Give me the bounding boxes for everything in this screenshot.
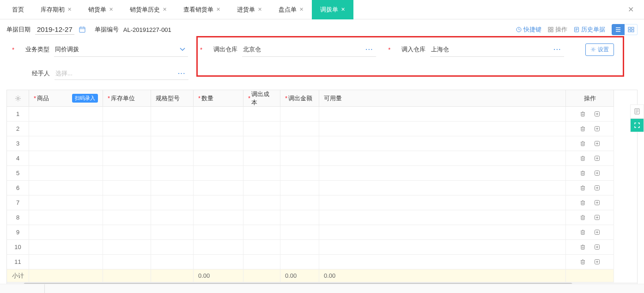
more-icon[interactable]: ··· — [176, 70, 188, 77]
row-ops — [566, 181, 614, 195]
svg-rect-78 — [581, 216, 584, 220]
row-ops — [566, 107, 614, 122]
shortcut-button[interactable]: 快捷键 — [516, 25, 541, 34]
required-mark: * — [388, 46, 390, 53]
calendar-icon[interactable] — [79, 26, 85, 33]
add-icon[interactable] — [594, 170, 600, 176]
row-ops — [566, 122, 614, 136]
notes-icon[interactable] — [630, 104, 644, 118]
bill-no-value: AL-20191227-001 — [123, 26, 171, 33]
close-icon[interactable]: ✕ — [163, 6, 167, 12]
history-button[interactable]: 历史单据 — [574, 25, 605, 34]
out-warehouse-input[interactable]: 北京仓 ··· — [242, 43, 376, 57]
tab-purchase[interactable]: 进货单✕ — [229, 0, 270, 19]
add-icon[interactable] — [594, 185, 600, 191]
add-icon[interactable] — [594, 244, 600, 250]
tab-transfer[interactable]: 调拨单✕ — [312, 0, 353, 19]
table-row[interactable]: 5 — [7, 166, 637, 181]
view-list-icon[interactable] — [612, 24, 625, 35]
operate-button[interactable]: 操作 — [548, 25, 567, 34]
svg-rect-18 — [628, 30, 631, 32]
delete-icon[interactable] — [580, 259, 586, 265]
add-icon[interactable] — [594, 229, 600, 235]
add-icon[interactable] — [594, 126, 600, 132]
table-row[interactable]: 3 — [7, 136, 637, 151]
biz-type-select[interactable]: 同价调拨 — [54, 43, 188, 57]
delete-icon[interactable] — [580, 140, 586, 146]
add-icon[interactable] — [594, 259, 600, 265]
col-amount: *调出金额 — [280, 90, 319, 107]
view-grid-icon[interactable] — [625, 24, 638, 35]
in-warehouse-field: * 调入仓库 上海仓 ··· — [388, 42, 564, 57]
svg-rect-16 — [628, 27, 631, 29]
svg-rect-5 — [548, 27, 550, 29]
row-index: 2 — [7, 122, 29, 136]
table-row[interactable]: 4 — [7, 151, 637, 166]
add-icon[interactable] — [594, 200, 600, 206]
subtotal-amount: 0.00 — [280, 269, 319, 282]
close-icon[interactable]: ✕ — [341, 6, 345, 12]
table-row[interactable]: 11 — [7, 255, 637, 269]
delete-icon[interactable] — [580, 155, 586, 161]
add-icon[interactable] — [594, 111, 600, 117]
tab-inventory[interactable]: 盘点单✕ — [270, 0, 312, 19]
more-icon[interactable]: ··· — [552, 46, 563, 53]
delete-icon[interactable] — [580, 170, 586, 176]
status-bar — [0, 284, 644, 293]
settings-button[interactable]: 设置 — [585, 43, 614, 56]
biz-type-label: 业务类型 — [16, 45, 49, 54]
add-icon[interactable] — [594, 214, 600, 220]
close-icon[interactable]: ✕ — [216, 6, 220, 12]
add-icon[interactable] — [594, 140, 600, 146]
tab-sales-order[interactable]: 销货单✕ — [80, 0, 122, 19]
row-index: 10 — [7, 240, 29, 255]
required-mark: * — [12, 46, 14, 53]
delete-icon[interactable] — [580, 185, 586, 191]
delete-icon[interactable] — [580, 126, 586, 132]
expand-icon[interactable] — [630, 118, 644, 132]
row-ops — [566, 195, 614, 210]
close-icon[interactable]: ✕ — [67, 6, 72, 12]
subtotal-qty: 0.00 — [194, 269, 243, 282]
close-icon[interactable]: ✕ — [109, 6, 113, 12]
table-row[interactable]: 8 — [7, 210, 637, 225]
header-bar: 单据日期 2019-12-27 单据编号 AL-20191227-001 快捷键… — [0, 19, 644, 42]
tab-stock-init[interactable]: 库存期初✕ — [32, 0, 80, 19]
handler-input[interactable]: ··· — [55, 67, 188, 80]
chevron-down-icon — [178, 48, 187, 51]
close-all-tabs[interactable]: ✕ — [621, 5, 640, 14]
close-icon[interactable]: ✕ — [258, 6, 262, 12]
scan-badge[interactable]: 扫码录入 — [72, 94, 98, 103]
close-icon[interactable]: ✕ — [299, 6, 304, 12]
in-warehouse-input[interactable]: 上海仓 ··· — [430, 43, 564, 57]
tab-view-sales[interactable]: 查看销货单✕ — [175, 0, 229, 19]
svg-rect-86 — [581, 231, 584, 235]
table-row[interactable]: 2 — [7, 122, 637, 136]
delete-icon[interactable] — [580, 244, 586, 250]
gear-icon[interactable] — [7, 90, 29, 107]
table-row[interactable]: 10 — [7, 240, 637, 255]
svg-rect-38 — [581, 142, 584, 146]
delete-icon[interactable] — [580, 200, 586, 206]
add-icon[interactable] — [594, 155, 600, 161]
table-row[interactable]: 9 — [7, 225, 637, 240]
tab-home[interactable]: 首页 — [4, 0, 32, 19]
more-icon[interactable]: ··· — [364, 46, 375, 53]
svg-rect-19 — [632, 30, 634, 32]
delete-icon[interactable] — [580, 214, 586, 220]
svg-rect-94 — [581, 246, 584, 250]
date-value[interactable]: 2019-12-27 — [35, 24, 74, 35]
col-unit: *库存单位 — [103, 90, 151, 107]
svg-rect-30 — [581, 128, 584, 131]
col-available: 可用量 — [319, 90, 566, 107]
delete-icon[interactable] — [580, 111, 586, 117]
row-ops — [566, 225, 614, 240]
table-row[interactable]: 7 — [7, 195, 637, 210]
tab-sales-history[interactable]: 销货单历史✕ — [122, 0, 175, 19]
delete-icon[interactable] — [580, 229, 586, 235]
svg-rect-7 — [548, 30, 550, 32]
table-row[interactable]: 1 — [7, 107, 637, 122]
svg-rect-17 — [632, 27, 634, 29]
row-index: 9 — [7, 225, 29, 240]
table-row[interactable]: 6 — [7, 181, 637, 195]
